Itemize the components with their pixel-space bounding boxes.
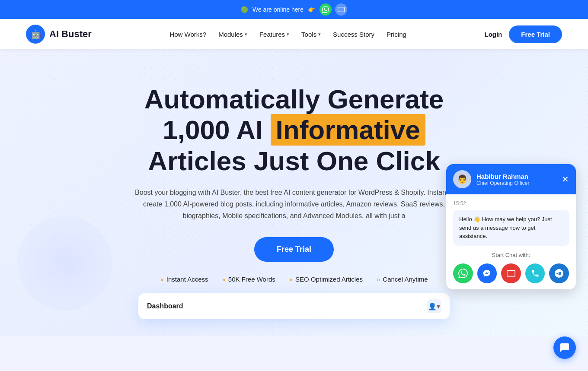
chat-agent-info: Habibur Rahman Chief Operating Officer (476, 173, 556, 186)
hero-subtitle: Boost your blogging with AI Buster, the … (134, 187, 454, 222)
dashboard-preview: Dashboard 👤▾ (138, 293, 450, 319)
hero-title-highlight: Informative (271, 114, 425, 146)
chat-start-label: Start Chat with: (453, 252, 569, 258)
chat-body: 15:52 Hello 👋 How may we help you? Just … (446, 194, 576, 289)
feature-arrow-2: » (222, 276, 225, 283)
feature-label-1: Instant Access (166, 276, 208, 283)
dashboard-title: Dashboard (147, 302, 183, 310)
feature-instant-access: » Instant Access (160, 276, 208, 283)
logo-icon: 🤖 (26, 25, 45, 44)
logo-area: 🤖 AI Buster (26, 25, 92, 44)
nav-success-story[interactable]: Success Story (333, 31, 374, 38)
nav-actions: Login Free Trial (484, 25, 562, 43)
feature-free-words: » 50K Free Words (222, 276, 275, 283)
hero-title: Automatically Generate 1,000 AI Informat… (17, 84, 571, 176)
contact-icons (320, 3, 347, 16)
email-icon[interactable] (335, 3, 347, 16)
hero-title-line3: Articles Just One Click (148, 146, 440, 176)
chat-channel-email[interactable] (501, 263, 521, 283)
chat-channel-phone[interactable] (525, 263, 545, 283)
feature-arrow-3: » (289, 276, 293, 283)
feature-label-2: 50K Free Words (228, 276, 275, 283)
hero-free-trial-button[interactable]: Free Trial (254, 237, 334, 262)
chat-message: Hello 👋 How may we help you? Just send u… (453, 210, 569, 246)
feature-label-3: SEO Optimized Articles (295, 276, 363, 283)
chat-agent-title: Chief Operating Officer (476, 180, 556, 186)
chat-agent-avatar: 👨 (453, 170, 471, 188)
features-caret: ▾ (287, 32, 289, 37)
login-button[interactable]: Login (484, 31, 502, 38)
chat-agent-name: Habibur Rahman (476, 173, 556, 180)
chat-header: 👨 Habibur Rahman Chief Operating Officer… (446, 164, 576, 194)
nav-free-trial-button[interactable]: Free Trial (509, 25, 562, 43)
dashboard-user-icon: 👤▾ (427, 299, 441, 313)
finger-emoji: 👉 (308, 6, 315, 13)
nav-pricing[interactable]: Pricing (387, 31, 406, 38)
top-bar: 🟢 We are online here 👉 (0, 0, 588, 19)
feature-seo-articles: » SEO Optimized Articles (289, 276, 363, 283)
online-status-dot: 🟢 (241, 6, 248, 13)
online-text: We are online here (252, 6, 304, 13)
tools-caret: ▾ (318, 32, 321, 37)
nav-features[interactable]: Features ▾ (259, 31, 289, 38)
feature-arrow-4: » (377, 276, 380, 283)
hero-title-line2-prefix: 1,000 AI (163, 115, 263, 145)
modules-caret: ▾ (245, 32, 247, 37)
nav-links: How Works? Modules ▾ Features ▾ Tools ▾ … (169, 31, 406, 38)
chat-channels (453, 263, 569, 283)
nav-modules[interactable]: Modules ▾ (218, 31, 247, 38)
feature-label-4: Cancel Anytime (383, 276, 428, 283)
chat-widget: 👨 Habibur Rahman Chief Operating Officer… (446, 164, 576, 289)
chat-channel-whatsapp[interactable] (453, 263, 473, 283)
chat-time: 15:52 (453, 200, 569, 206)
whatsapp-icon[interactable] (320, 3, 332, 16)
bg-decoration-circle (17, 216, 112, 311)
logo-text: AI Buster (49, 29, 92, 40)
navbar: 🤖 AI Buster How Works? Modules ▾ Feature… (0, 19, 588, 49)
nav-how-works[interactable]: How Works? (169, 31, 206, 38)
chat-close-button[interactable]: ✕ (562, 175, 569, 184)
chat-channel-messenger[interactable] (477, 263, 497, 283)
feature-cancel-anytime: » Cancel Anytime (377, 276, 428, 283)
nav-tools[interactable]: Tools ▾ (301, 31, 321, 38)
chat-channel-telegram[interactable] (549, 263, 569, 283)
hero-title-line1: Automatically Generate (144, 84, 444, 114)
feature-arrow-1: » (160, 276, 163, 283)
